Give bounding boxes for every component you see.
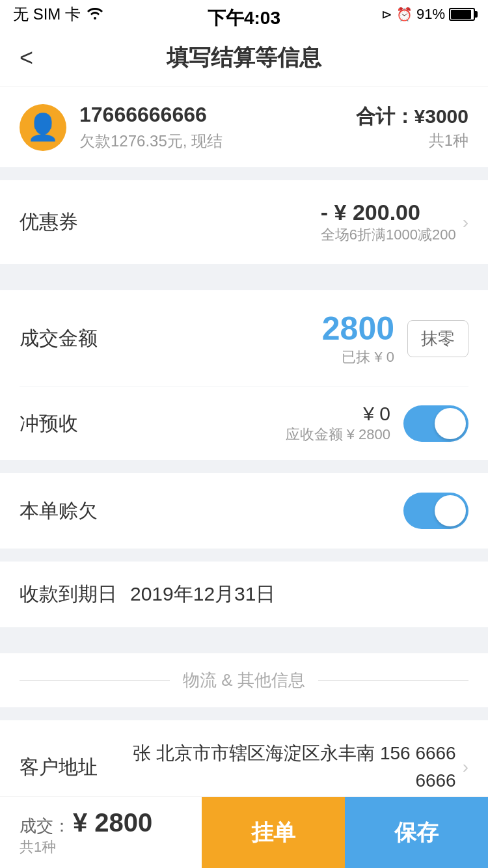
address-right: 张 北京市市辖区海淀区永丰南 156 6666 6666 › <box>111 740 468 794</box>
customer-left: 👤 17666666666 欠款1276.35元, 现结 <box>20 103 223 152</box>
battery-percent: 91% <box>416 6 445 23</box>
logistics-header: 物流 & 其他信息 <box>0 653 488 707</box>
bottom-left: 成交： ¥ 2800 共1种 <box>0 808 202 857</box>
chevron-right-icon: › <box>463 212 468 233</box>
total-count: 共1种 <box>356 130 468 151</box>
coupon-right: - ¥ 200.00 全场6折满1000减200 › <box>321 200 468 245</box>
deal-row: 成交金额 2800 已抹 ¥ 0 抹零 <box>0 290 488 387</box>
due-date-section: 收款到期日 2019年12月31日 <box>0 562 488 627</box>
page-title: 填写结算等信息 <box>167 43 321 73</box>
avatar: 👤 <box>20 104 66 151</box>
overdue-label: 本单赊欠 <box>20 498 98 524</box>
save-button[interactable]: 保存 <box>345 797 488 869</box>
bottom-deal-label: 成交： <box>20 815 70 837</box>
deal-amount-block: 2800 已抹 ¥ 0 <box>322 310 394 367</box>
coupon-label: 优惠券 <box>20 209 78 236</box>
round-button[interactable]: 抹零 <box>407 320 468 357</box>
customer-phone: 17666666666 <box>79 103 223 127</box>
logistics-section: 物流 & 其他信息 <box>0 653 488 707</box>
deal-right: 2800 已抹 ¥ 0 抹零 <box>322 310 468 367</box>
bottom-count: 共1种 <box>20 837 182 857</box>
address-chevron-icon: › <box>463 757 468 778</box>
bottom-deal-row: 成交： ¥ 2800 <box>20 808 182 837</box>
coupon-amount-block: - ¥ 200.00 全场6折满1000减200 <box>321 200 456 245</box>
logistics-line-left <box>20 680 170 681</box>
total-amount: 合计：¥3000 <box>356 103 468 130</box>
overdue-toggle[interactable] <box>403 493 468 529</box>
coupon-row[interactable]: 优惠券 - ¥ 200.00 全场6折满1000减200 › <box>0 180 488 264</box>
customer-row: 👤 17666666666 欠款1276.35元, 现结 合计：¥3000 共1… <box>0 87 488 167</box>
coupon-amount: - ¥ 200.00 <box>321 200 456 225</box>
chong-amount: ¥ 0 <box>286 403 390 425</box>
deal-label: 成交金额 <box>20 325 98 352</box>
back-button[interactable]: < <box>20 44 33 72</box>
address-label: 客户地址 <box>20 754 98 781</box>
hang-button[interactable]: 挂单 <box>202 797 345 869</box>
chong-sub: 应收金额 ¥ 2800 <box>286 425 390 444</box>
address-text: 张 北京市市辖区海淀区永丰南 156 6666 6666 <box>111 740 456 794</box>
deal-amount: 2800 <box>322 310 394 347</box>
bottom-deal-amount: ¥ 2800 <box>73 808 152 837</box>
deal-sub: 已抹 ¥ 0 <box>322 347 394 367</box>
status-bar: 无 SIM 卡 下午4:03 ⊳ ⏰ 91% <box>0 0 488 29</box>
main-content: 👤 17666666666 欠款1276.35元, 现结 合计：¥3000 共1… <box>0 87 488 868</box>
customer-section: 👤 17666666666 欠款1276.35元, 现结 合计：¥3000 共1… <box>0 87 488 167</box>
bottom-bar: 成交： ¥ 2800 共1种 挂单 保存 <box>0 796 488 868</box>
coupon-section: 优惠券 - ¥ 200.00 全场6折满1000减200 › <box>0 180 488 264</box>
chong-right: ¥ 0 应收金额 ¥ 2800 <box>286 403 468 444</box>
battery-icon <box>449 8 475 21</box>
overdue-toggle-circle <box>435 495 466 526</box>
status-left: 无 SIM 卡 <box>13 4 104 25</box>
wifi-icon <box>86 5 104 23</box>
customer-sub: 欠款1276.35元, 现结 <box>79 131 223 152</box>
sim-label: 无 SIM 卡 <box>13 4 81 25</box>
toggle-circle <box>435 408 466 439</box>
customer-right: 合计：¥3000 共1种 <box>356 103 468 151</box>
logistics-line-right <box>318 680 468 681</box>
chong-toggle[interactable] <box>403 405 468 442</box>
gray-gap-3 <box>0 640 488 653</box>
customer-info: 17666666666 欠款1276.35元, 现结 <box>79 103 223 152</box>
nav-bar: < 填写结算等信息 <box>0 29 488 87</box>
location-icon: ⊳ <box>381 7 392 22</box>
gray-gap-2 <box>0 460 488 473</box>
alarm-icon: ⏰ <box>396 7 413 22</box>
chong-amounts: ¥ 0 应收金额 ¥ 2800 <box>286 403 390 444</box>
chong-row: 冲预收 ¥ 0 应收金额 ¥ 2800 <box>0 387 488 460</box>
due-date-value: 2019年12月31日 <box>130 581 275 608</box>
gray-gap-1 <box>0 277 488 290</box>
overdue-section: 本单赊欠 <box>0 473 488 549</box>
status-right: ⊳ ⏰ 91% <box>381 6 475 23</box>
logistics-text: 物流 & 其他信息 <box>183 669 305 692</box>
coupon-desc: 全场6折满1000减200 <box>321 225 456 245</box>
overdue-row: 本单赊欠 <box>0 473 488 549</box>
avatar-icon: 👤 <box>27 112 59 142</box>
status-time: 下午4:03 <box>208 6 280 31</box>
due-date-label: 收款到期日 <box>20 581 117 608</box>
deal-section: 成交金额 2800 已抹 ¥ 0 抹零 冲预收 ¥ 0 应收金额 ¥ 2800 <box>0 290 488 460</box>
chong-label: 冲预收 <box>20 411 78 437</box>
